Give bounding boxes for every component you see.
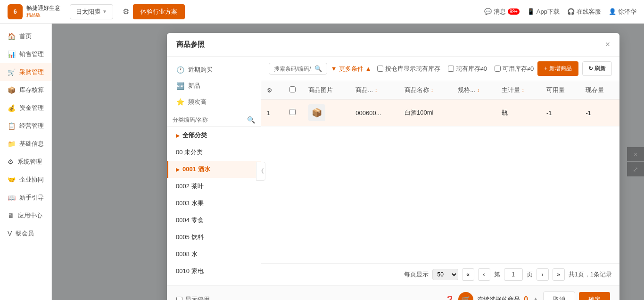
cancel-btn[interactable]: 取消 bbox=[543, 292, 575, 300]
th-settings[interactable]: ⚙ bbox=[261, 81, 284, 100]
table-header-row: ⚙ 商品图片 商品...↕ 商品名称↕ 规格...↕ 主计量↕ 可用量 现存量 bbox=[261, 81, 619, 100]
confirm-btn[interactable]: 确定 bbox=[579, 292, 610, 300]
quick-item-frequent[interactable]: ⭐ 频次高 bbox=[171, 94, 257, 109]
cat-tea[interactable]: 0002 茶叶 bbox=[167, 178, 261, 195]
footer-left: 显示停用 bbox=[176, 295, 210, 300]
sidebar-item-operation[interactable]: 📋 经营管理 bbox=[0, 117, 51, 135]
th-spec[interactable]: 规格...↕ bbox=[452, 81, 496, 100]
th-unit[interactable]: 主计量↕ bbox=[496, 81, 541, 100]
page-size-select[interactable]: 50 20 100 bbox=[432, 269, 458, 280]
product-table-wrap: ⚙ 商品图片 商品...↕ 商品名称↕ 规格...↕ 主计量↕ 可用量 现存量 bbox=[261, 81, 619, 263]
collapse-cart-icon[interactable]: ▲ bbox=[532, 295, 539, 300]
sidebar-item-inventory[interactable]: 📦 库存核算 bbox=[0, 81, 51, 99]
page-size-label: 每页显示 bbox=[404, 270, 429, 279]
cb-stock-ne0-input[interactable] bbox=[448, 66, 454, 72]
cat-alcohol-label: 0001 酒水 bbox=[182, 165, 210, 174]
help-icon[interactable]: ❓ bbox=[445, 295, 454, 300]
cat-appliances[interactable]: 0010 家电 bbox=[167, 263, 261, 280]
select-all-checkbox[interactable] bbox=[289, 86, 296, 92]
row-code: 000600... bbox=[350, 100, 399, 126]
cat-uncategorized-label: 00 未分类 bbox=[176, 148, 203, 157]
add-product-btn[interactable]: + 新增商品 bbox=[537, 61, 578, 76]
category-search-btn[interactable]: 🔍 bbox=[247, 116, 255, 124]
cat-snacks[interactable]: 0004 零食 bbox=[167, 212, 261, 229]
row-select-checkbox[interactable] bbox=[289, 109, 296, 115]
cat-drinks[interactable]: 0005 饮料 bbox=[167, 229, 261, 246]
sidebar-item-home[interactable]: 🏠 首页 bbox=[0, 27, 51, 45]
page-last-btn[interactable]: » bbox=[553, 268, 565, 281]
cat-uncategorized[interactable]: 00 未分类 bbox=[167, 144, 261, 161]
apps-icon: 🖥 bbox=[8, 212, 14, 219]
sidebar-item-apps[interactable]: 🖥 应用中心 bbox=[0, 207, 51, 225]
sidebar-label-finance: 资金管理 bbox=[19, 104, 44, 112]
filter-arrow: ▲ bbox=[365, 65, 372, 72]
th-checkbox bbox=[284, 81, 303, 100]
product-table: ⚙ 商品图片 商品...↕ 商品名称↕ 规格...↕ 主计量↕ 可用量 现存量 bbox=[261, 81, 619, 126]
home-icon: 🏠 bbox=[8, 33, 16, 40]
nav-service[interactable]: 🎧 在线客服 bbox=[567, 8, 601, 16]
cat-fruit[interactable]: 0003 水果 bbox=[167, 195, 261, 212]
app-icon: 📱 bbox=[527, 8, 535, 15]
show-disabled-label[interactable]: 显示停用 bbox=[176, 295, 210, 300]
th-stock[interactable]: 现存量 bbox=[580, 81, 619, 100]
sidebar-label-basic: 基础信息 bbox=[19, 140, 44, 148]
cat-water[interactable]: 0008 水 bbox=[167, 246, 261, 263]
cat-all[interactable]: ▶ 全部分类 bbox=[167, 127, 261, 144]
cb-stock-show[interactable]: 按仓库显示现有库存 bbox=[377, 65, 440, 73]
page-prev-btn[interactable]: ‹ bbox=[478, 268, 490, 281]
page-next-btn[interactable]: › bbox=[537, 268, 549, 281]
nav-user[interactable]: 👤 徐泽华 bbox=[609, 8, 636, 16]
sidebar-item-sales[interactable]: 📊 销售管理 bbox=[0, 45, 51, 63]
sidebar-label-system: 系统管理 bbox=[17, 158, 42, 166]
sidebar-item-purchase[interactable]: 🛒 采购管理 bbox=[0, 63, 51, 81]
sidebar-item-basic[interactable]: 📁 基础信息 bbox=[0, 135, 51, 153]
quick-item-recent[interactable]: 🕐 近期购买 bbox=[171, 62, 257, 77]
page-number-input[interactable] bbox=[504, 268, 523, 281]
cat-snacks-label: 0004 零食 bbox=[176, 216, 204, 225]
quick-label-frequent: 频次高 bbox=[188, 98, 206, 106]
page-first-btn[interactable]: « bbox=[462, 268, 474, 281]
product-search-icon[interactable]: 🔍 bbox=[314, 65, 322, 72]
username-label: 徐泽华 bbox=[618, 8, 636, 16]
sidebar-item-corp[interactable]: 🤝 企业协同 bbox=[0, 171, 51, 189]
quick-access: 🕐 近期购买 🆕 新品 ⭐ 频次高 bbox=[167, 62, 261, 113]
nav-selector[interactable]: 日太阳膜 ▼ bbox=[70, 4, 113, 19]
sidebar-item-finance[interactable]: 💰 资金管理 bbox=[0, 99, 51, 117]
sidebar-item-guide[interactable]: 📖 新手引导 bbox=[0, 189, 51, 207]
filter-btn[interactable]: ▼ 更多条件 ▲ bbox=[331, 65, 372, 73]
top-nav: 6 畅捷通好生意 精品版 日太阳膜 ▼ ⚙ 体验行业方案 💬 消息 99+ 📱 … bbox=[0, 0, 644, 24]
sidebar-item-member[interactable]: V 畅会员 bbox=[0, 225, 51, 242]
settings-icon[interactable]: ⚙ bbox=[123, 7, 129, 16]
sidebar-item-system[interactable]: ⚙ 系统管理 bbox=[0, 153, 51, 171]
cart-icon[interactable]: 🛒 bbox=[458, 292, 473, 300]
product-search-input[interactable] bbox=[274, 66, 312, 72]
system-icon: ⚙ bbox=[8, 158, 14, 166]
th-code[interactable]: 商品...↕ bbox=[350, 81, 399, 100]
cb-avail-ne0-input[interactable] bbox=[495, 66, 501, 72]
th-avail[interactable]: 可用量 bbox=[541, 81, 580, 100]
experience-btn[interactable]: 体验行业方案 bbox=[133, 4, 185, 19]
cb-stock-show-label: 按仓库显示现有库存 bbox=[385, 65, 440, 73]
modal-close-btn[interactable]: × bbox=[605, 40, 610, 50]
category-search-input[interactable] bbox=[173, 117, 247, 123]
filter-label: 更多条件 bbox=[339, 65, 363, 73]
row-checkbox[interactable] bbox=[284, 100, 303, 126]
nav-selector-label: 日太阳膜 bbox=[76, 8, 100, 16]
cat-alcohol[interactable]: ▶ 0001 酒水 bbox=[167, 161, 261, 178]
show-disabled-checkbox[interactable] bbox=[176, 297, 182, 300]
th-name[interactable]: 商品名称↕ bbox=[399, 81, 452, 100]
cb-stock-ne0[interactable]: 现有库存≠0 bbox=[448, 65, 487, 73]
table-row[interactable]: 1 📦 000600... 白酒100ml 瓶 -1 bbox=[261, 100, 619, 126]
collapse-left-btn[interactable]: 《 bbox=[256, 162, 265, 181]
row-name: 白酒100ml bbox=[399, 100, 452, 126]
logo-icon: 6 bbox=[8, 4, 23, 19]
refresh-btn[interactable]: ↻ 刷新 bbox=[582, 61, 612, 76]
nav-message[interactable]: 💬 消息 99+ bbox=[484, 8, 520, 16]
basic-icon: 📁 bbox=[8, 140, 16, 148]
main-layout: 🏠 首页 📊 销售管理 🛒 采购管理 📦 库存核算 💰 资金管理 📋 经营管理 … bbox=[0, 24, 644, 300]
cb-stock-show-input[interactable] bbox=[377, 66, 383, 72]
nav-app-download[interactable]: 📱 App下载 bbox=[527, 8, 560, 16]
cb-avail-ne0[interactable]: 可用库存≠0 bbox=[495, 65, 534, 73]
quick-item-new[interactable]: 🆕 新品 bbox=[171, 78, 257, 93]
filter-icon: ▼ bbox=[331, 65, 337, 72]
